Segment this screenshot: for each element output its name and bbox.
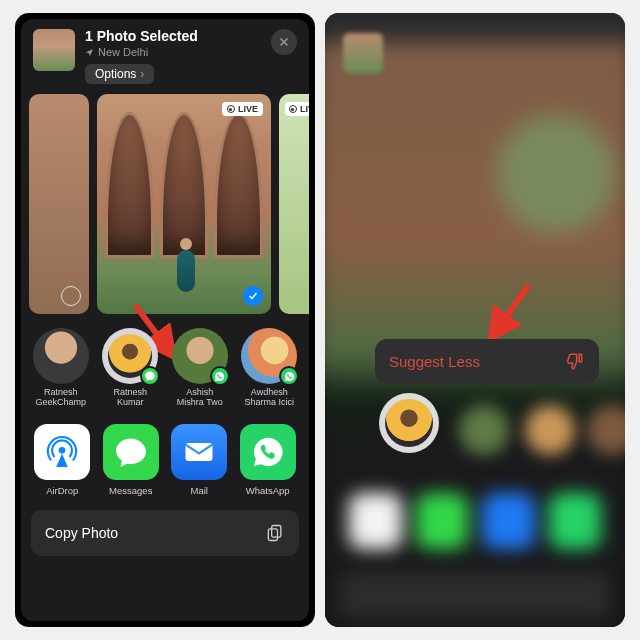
contact-name: Ratnesh GeekChamp	[35, 388, 86, 408]
live-label: LIVE	[238, 104, 258, 114]
app-mail[interactable]: Mail	[170, 424, 229, 496]
header-title: 1 Photo Selected	[85, 29, 261, 44]
share-header: 1 Photo Selected New Delhi Options ›	[21, 19, 309, 94]
whatsapp-badge-icon	[210, 366, 230, 386]
photo-selected[interactable]: LIVE	[97, 94, 271, 314]
messages-badge-icon	[140, 366, 160, 386]
location-icon	[85, 48, 94, 57]
copy-icon	[265, 523, 285, 543]
avatar	[241, 328, 297, 384]
header-location-text: New Delhi	[98, 46, 148, 58]
svg-rect-3	[268, 529, 277, 541]
phone-right: Suggest Less	[325, 13, 625, 627]
apps-row: AirDrop Messages Mail	[21, 416, 309, 500]
live-label: LIVE	[300, 104, 309, 114]
menu-label: Suggest Less	[389, 353, 480, 370]
photo-prev[interactable]	[29, 94, 89, 314]
svg-point-0	[59, 447, 66, 454]
avatar	[33, 328, 89, 384]
app-messages[interactable]: Messages	[102, 424, 161, 496]
airdrop-icon	[34, 424, 90, 480]
mail-icon	[171, 424, 227, 480]
action-copy-photo[interactable]: Copy Photo	[31, 510, 299, 556]
app-whatsapp[interactable]: WhatsApp	[239, 424, 298, 496]
blurred-thumbnail	[343, 33, 383, 73]
photo-content	[105, 112, 263, 258]
photo-subject	[177, 250, 195, 292]
thumbs-down-icon	[565, 351, 585, 371]
messages-icon	[103, 424, 159, 480]
live-badge: LIVE	[222, 102, 263, 116]
selection-ring[interactable]	[61, 286, 81, 306]
live-badge: LIVE	[285, 102, 309, 116]
header-text: 1 Photo Selected New Delhi Options ›	[85, 29, 261, 84]
action-label: Copy Photo	[45, 525, 118, 541]
contacts-row: Ratnesh GeekChamp Ratnesh Kumar	[21, 314, 309, 416]
close-button[interactable]	[271, 29, 297, 55]
photo-next[interactable]: LIVE	[279, 94, 309, 314]
options-button[interactable]: Options ›	[85, 64, 154, 84]
contact-item[interactable]: Ratnesh GeekChamp	[29, 328, 93, 408]
blurred-avatar	[459, 405, 509, 455]
options-label: Options	[95, 67, 136, 81]
header-location: New Delhi	[85, 46, 261, 58]
memoji-icon	[385, 399, 433, 447]
live-icon	[289, 105, 297, 113]
context-menu-suggest-less[interactable]: Suggest Less	[375, 339, 599, 383]
share-sheet: 1 Photo Selected New Delhi Options ›	[21, 19, 309, 621]
whatsapp-badge-icon	[279, 366, 299, 386]
selected-checkmark[interactable]	[243, 286, 263, 306]
phone-left: 1 Photo Selected New Delhi Options ›	[15, 13, 315, 627]
app-label: Mail	[191, 485, 208, 496]
photo-strip[interactable]: LIVE LIVE	[21, 94, 309, 314]
chevron-right-icon: ›	[140, 67, 144, 81]
avatar	[172, 328, 228, 384]
contact-name: Ashish Mishra Two	[177, 388, 223, 408]
contact-item[interactable]: Ratnesh Kumar	[99, 328, 163, 408]
contact-name: Awdhesh Sharma Icici	[244, 388, 294, 408]
avatar	[102, 328, 158, 384]
blurred-avatar	[525, 405, 575, 455]
focused-contact-avatar[interactable]	[379, 393, 439, 453]
app-airdrop[interactable]: AirDrop	[33, 424, 92, 496]
svg-rect-2	[272, 526, 281, 538]
app-label: WhatsApp	[246, 485, 290, 496]
live-icon	[227, 105, 235, 113]
contact-item[interactable]: Awdhesh Sharma Icici	[238, 328, 302, 408]
svg-rect-1	[186, 443, 213, 461]
blurred-action-row	[341, 573, 609, 617]
blurred-apps-row	[349, 493, 601, 549]
app-label: Messages	[109, 485, 152, 496]
contact-item[interactable]: Ashish Mishra Two	[168, 328, 232, 408]
tutorial-screenshot-pair: 1 Photo Selected New Delhi Options ›	[0, 0, 640, 640]
contact-name: Ratnesh Kumar	[113, 388, 147, 408]
header-thumbnail[interactable]	[33, 29, 75, 71]
app-label: AirDrop	[46, 485, 78, 496]
whatsapp-icon	[240, 424, 296, 480]
